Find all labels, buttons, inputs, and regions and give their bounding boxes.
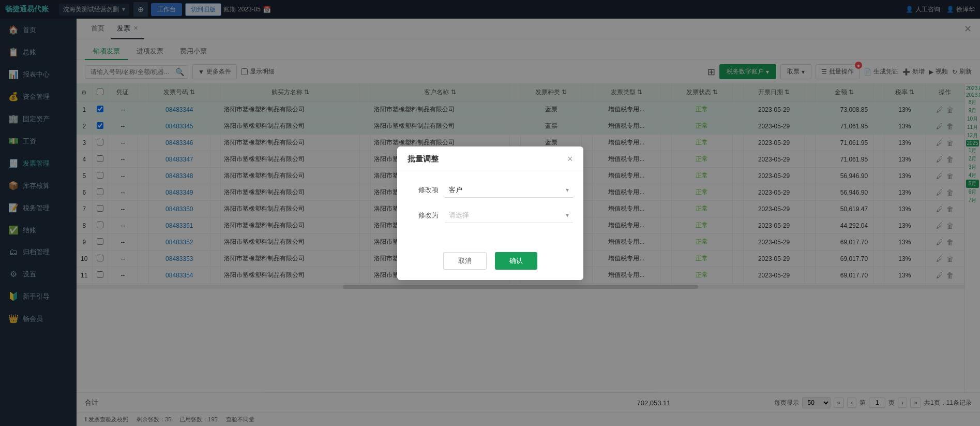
field-select[interactable]: 客户 ▾ — [445, 183, 573, 198]
confirm-btn[interactable]: 确认 — [495, 252, 537, 270]
field-value: 客户 — [449, 185, 462, 195]
form-row-field: 修改项 客户 ▾ — [408, 183, 573, 198]
modal-footer: 取消 确认 — [397, 246, 583, 280]
cancel-btn[interactable]: 取消 — [443, 252, 487, 270]
modal-overlay[interactable]: 批量调整 × 修改项 客户 ▾ 修改为 请选择 ▾ 取消 确认 — [0, 0, 980, 426]
change-select[interactable]: 请选择 ▾ — [445, 208, 573, 223]
form-row-change: 修改为 请选择 ▾ — [408, 208, 573, 223]
change-label: 修改为 — [408, 211, 439, 220]
change-arrow-icon: ▾ — [566, 212, 569, 219]
modal-header: 批量调整 × — [397, 146, 583, 170]
batch-adjust-modal: 批量调整 × 修改项 客户 ▾ 修改为 请选择 ▾ 取消 确认 — [397, 146, 583, 280]
modal-body: 修改项 客户 ▾ 修改为 请选择 ▾ — [397, 170, 583, 246]
modal-title: 批量调整 — [408, 154, 439, 164]
modal-close-btn[interactable]: × — [567, 154, 573, 165]
change-placeholder: 请选择 — [449, 211, 469, 220]
field-label: 修改项 — [408, 185, 439, 195]
field-arrow-icon: ▾ — [566, 186, 569, 194]
